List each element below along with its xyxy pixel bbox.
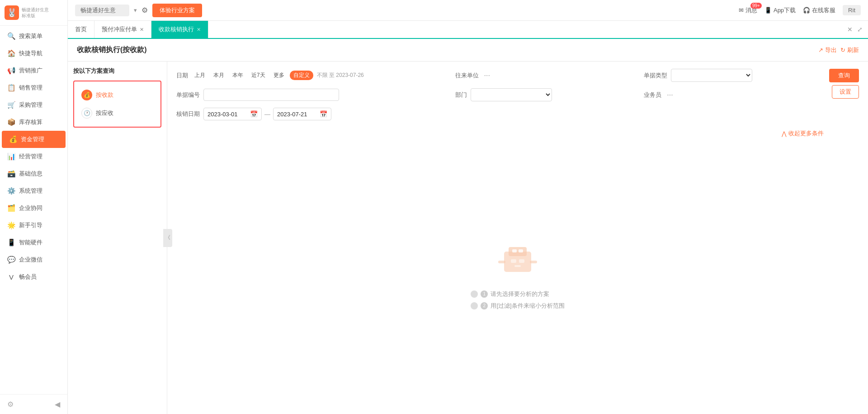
topbar: 畅捷通好生意 ▾ ⚙ 体验行业方案 ✉ 消息 99+ 📱 App下载 🎧 在线客… <box>68 0 868 21</box>
counterpart-ellipsis[interactable]: ··· <box>482 71 492 80</box>
filter-option-label: 按收款 <box>96 91 113 99</box>
sidebar-item-search[interactable]: 🔍 搜索菜单 <box>0 28 67 45</box>
sidebar-item-quick-nav[interactable]: 🏠 快捷导航 <box>0 45 67 62</box>
sidebar-item-operations[interactable]: 📊 经营管理 <box>0 148 67 165</box>
bill-no-label: 单据编号 <box>176 91 200 99</box>
sidebar-nav: 🔍 搜索菜单 🏠 快捷导航 📢 营销推广 📋 销售管理 🛒 采购管理 📦 库存核… <box>0 26 67 394</box>
query-actions: 查询 设置 <box>829 69 859 140</box>
form-row-1: 日期 上月 本月 本年 近7天 更多 自定义 <box>176 69 824 82</box>
staff-field: 业务员 ··· <box>644 91 824 99</box>
message-button[interactable]: ✉ 消息 99+ <box>739 6 757 14</box>
verify-date-end-input[interactable] <box>277 111 318 118</box>
marketing-icon: 📢 <box>7 67 15 75</box>
message-badge: 99+ <box>750 3 762 9</box>
sidebar-item-marketing[interactable]: 📢 营销推广 <box>0 62 67 79</box>
topbar-brand: 畅捷通好生意 <box>75 5 129 16</box>
collection-option-icon: 💰 <box>81 90 92 100</box>
user-menu[interactable]: Rit <box>843 5 861 15</box>
date-label: 日期 <box>176 71 188 80</box>
dept-field: 部门 <box>455 88 635 101</box>
tab-collection-close[interactable]: ✕ <box>197 27 201 33</box>
sidebar-item-guide[interactable]: 🌟 新手引导 <box>0 217 67 234</box>
verify-date-field: 核销日期 📅 — 📅 <box>176 108 450 120</box>
date-btn-this-year[interactable]: 本年 <box>230 71 246 80</box>
sidebar-item-hardware[interactable]: 📱 智能硬件 <box>0 234 67 251</box>
sidebar-item-basic-info[interactable]: 🗃️ 基础信息 <box>0 165 67 182</box>
sidebar-item-purchase[interactable]: 🛒 采购管理 <box>0 96 67 114</box>
home-icon: 🏠 <box>7 49 15 57</box>
app-icon: 📱 <box>764 7 772 14</box>
tab-home[interactable]: 首页 <box>68 21 94 38</box>
form-row-2: 单据编号 部门 <box>176 88 824 101</box>
sidebar-item-label: 企业微信 <box>19 256 42 264</box>
refresh-button[interactable]: ↻ 刷新 <box>840 46 859 54</box>
settings-bottom-icon[interactable]: ⚙ <box>7 400 14 409</box>
sidebar-item-wechat[interactable]: 💬 企业微信 <box>0 251 67 268</box>
sidebar-item-member[interactable]: V 畅会员 <box>0 268 67 286</box>
verify-date-label: 核销日期 <box>176 110 200 118</box>
member-icon: V <box>7 273 15 281</box>
staff-label: 业务员 <box>644 91 661 99</box>
verify-date-start-input[interactable] <box>208 111 248 118</box>
verify-date-start-wrapper: 📅 <box>203 108 262 120</box>
expand-icon[interactable]: ⤢ <box>857 26 863 33</box>
collapse-sidebar-icon[interactable]: ◀ <box>55 400 60 409</box>
calendar-end-icon[interactable]: 📅 <box>320 110 327 118</box>
collapse-more-button[interactable]: ⋀ 收起更多条件 <box>782 127 824 140</box>
sidebar-item-label: 畅会员 <box>19 273 37 281</box>
enterprise-icon: 🗂️ <box>7 204 15 212</box>
app-download-button[interactable]: 📱 App下载 <box>764 6 796 14</box>
service-icon: 🎧 <box>803 7 810 14</box>
dept-select[interactable] <box>471 88 552 101</box>
panel-collapse-button[interactable]: 《 <box>163 229 172 247</box>
online-service-button[interactable]: 🎧 在线客服 <box>803 6 835 14</box>
date-btn-this-month[interactable]: 本月 <box>211 71 227 80</box>
bill-no-input[interactable] <box>203 89 339 101</box>
filter-option-by-collection[interactable]: 💰 按收款 <box>79 86 156 104</box>
tabbar-actions: ✕ ⤢ <box>842 21 868 38</box>
sidebar-item-label: 销售管理 <box>19 84 42 92</box>
filter-options-container: 💰 按收款 🕐 按应收 <box>73 81 161 128</box>
hardware-icon: 📱 <box>7 238 15 247</box>
export-button[interactable]: ↗ 导出 <box>818 46 837 54</box>
svg-rect-2 <box>512 249 517 252</box>
filter-option-by-receivable[interactable]: 🕐 按应收 <box>79 104 156 122</box>
sidebar-item-inventory[interactable]: 📦 库存核算 <box>0 114 67 131</box>
svg-rect-5 <box>519 259 524 263</box>
topbar-right: ✉ 消息 99+ 📱 App下载 🎧 在线客服 Rit <box>739 5 861 15</box>
empty-tips: 1 请先选择要分析的方案 2 用[过滤]条件来缩小分析范围 <box>471 288 564 312</box>
query-button[interactable]: 查询 <box>829 69 859 82</box>
receivable-option-icon: 🕐 <box>81 108 92 119</box>
sidebar-item-finance[interactable]: 💰 资金管理 <box>2 131 66 148</box>
dropdown-icon[interactable]: ▾ <box>134 7 137 14</box>
date-btn-last-month[interactable]: 上月 <box>192 71 208 80</box>
counterpart-field: 往来单位 ··· <box>455 71 635 80</box>
date-field: 日期 上月 本月 本年 近7天 更多 自定义 <box>176 71 446 80</box>
gear-icon[interactable]: ⚙ <box>142 6 148 14</box>
calendar-start-icon[interactable]: 📅 <box>250 110 258 118</box>
staff-ellipsis[interactable]: ··· <box>665 91 675 99</box>
finance-icon: 💰 <box>9 135 17 143</box>
page-content: 收款核销执行(按收款) ↗ 导出 ↻ 刷新 按以下方案查询 💰 <box>68 39 868 414</box>
filter-option-label: 按应收 <box>96 109 113 117</box>
settings-button[interactable]: 设置 <box>832 85 859 99</box>
tab-collection[interactable]: 收款核销执行 ✕ <box>151 21 208 38</box>
date-btn-7days[interactable]: 近7天 <box>249 71 268 80</box>
logo-text: 畅捷通好生意 标准版 <box>22 7 49 19</box>
date-btn-more[interactable]: 更多 <box>271 71 287 80</box>
date-range-separator: — <box>264 111 270 118</box>
counterpart-label: 往来单位 <box>455 71 479 80</box>
page-header-actions: ↗ 导出 ↻ 刷新 <box>818 46 859 61</box>
tab-prepay-close[interactable]: ✕ <box>140 27 144 33</box>
bill-no-field: 单据编号 <box>176 89 446 101</box>
sidebar-item-sales[interactable]: 📋 销售管理 <box>0 79 67 96</box>
close-all-icon[interactable]: ✕ <box>847 26 853 33</box>
date-custom-badge[interactable]: 自定义 <box>290 71 313 80</box>
export-icon: ↗ <box>818 47 823 53</box>
tab-prepay[interactable]: 预付冲应付单 ✕ <box>94 21 151 38</box>
bill-type-select[interactable] <box>671 69 752 82</box>
sidebar-item-system[interactable]: ⚙️ 系统管理 <box>0 182 67 200</box>
sidebar-item-enterprise[interactable]: 🗂️ 企业协同 <box>0 200 67 217</box>
step2-num: 2 <box>481 302 488 309</box>
solution-button[interactable]: 体验行业方案 <box>152 4 202 17</box>
